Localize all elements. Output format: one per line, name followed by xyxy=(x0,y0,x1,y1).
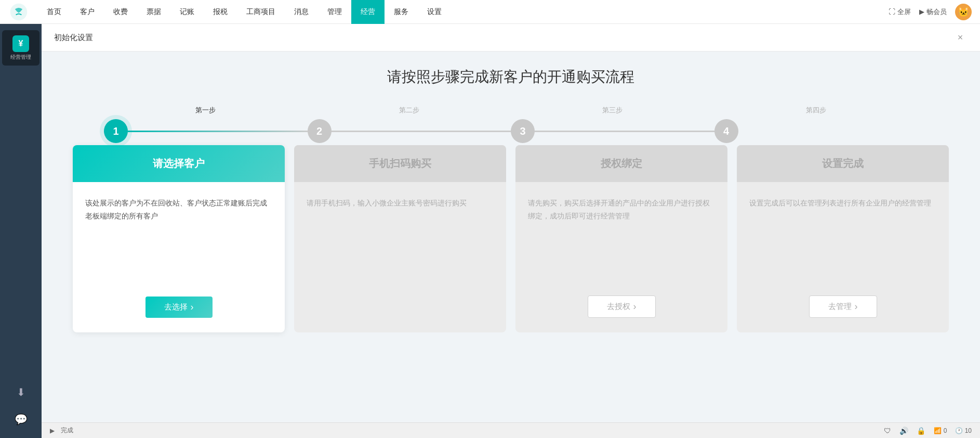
status-text: 完成 xyxy=(61,426,73,435)
status-bar-right: 🛡 🔊 🔒 📶 0 🕐 10 xyxy=(884,427,972,435)
step4-label: 第四步 xyxy=(806,106,826,115)
page-title: 初始化设置 xyxy=(54,33,93,43)
nav-item-invoice[interactable]: 票据 xyxy=(137,0,170,24)
nav-right: ⛶ 全屏 ▶ 畅会员 🐱 xyxy=(889,4,972,20)
steps-container: 请按照步骤完成新客户的开通购买流程 第一步 1 › xyxy=(42,51,980,422)
step-card-2: 手机扫码购买 请用手机扫码，输入小微企业主账号密码进行购买 xyxy=(294,145,506,332)
step1-circle: 1 xyxy=(104,119,128,143)
card3-button[interactable]: 去授权 › xyxy=(588,295,656,318)
main-layout: ¥ 经营管理 ⬇ 💬 初始化设置 × 请按照步骤完成新客户的开通购买流程 xyxy=(0,24,980,438)
card4-header: 设置完成 xyxy=(737,145,949,182)
shield-icon: 🛡 xyxy=(884,427,891,435)
nav-items: 首页 客户 收费 票据 记账 报税 工商项目 消息 管理 经营 服务 设置 xyxy=(37,0,889,24)
step2-line: › xyxy=(332,131,511,132)
main-content: 初始化设置 × 请按照步骤完成新客户的开通购买流程 第一步 1 › xyxy=(42,24,980,438)
nav-item-tax[interactable]: 报税 xyxy=(204,0,237,24)
card1-body: 该处展示的客户为不在回收站、客户状态正常建账后完成老板端绑定的所有客户 xyxy=(73,182,285,288)
card1-header: 请选择客户 xyxy=(73,145,285,182)
card3-arrow-icon: › xyxy=(633,301,637,312)
card4-arrow-icon: › xyxy=(855,301,858,312)
nav-item-operation[interactable]: 经营 xyxy=(351,0,385,24)
step2-label: 第二步 xyxy=(399,106,419,115)
sidebar-download[interactable]: ⬇ xyxy=(2,382,39,403)
step-card-4: 设置完成 设置完成后可以在管理列表进行所有企业用户的经营管理 去管理 › xyxy=(737,145,949,332)
vip-button[interactable]: ▶ 畅会员 xyxy=(919,7,947,17)
nav-item-bookkeeping[interactable]: 记账 xyxy=(170,0,204,24)
step-indicator-2: 第二步 2 › xyxy=(308,106,511,143)
card1-button[interactable]: 去选择 › xyxy=(145,297,213,318)
step-indicator-1: 第一步 1 › xyxy=(104,106,308,143)
download-icon: ⬇ xyxy=(17,386,25,398)
play-icon: ▶ xyxy=(919,8,924,16)
card3-header: 授权绑定 xyxy=(515,145,727,182)
card3-body: 请先购买，购买后选择开通的产品中的企业用户进行授权绑定，成功后即可进行经营管理 xyxy=(515,182,727,287)
step-indicator-3: 第三步 3 › xyxy=(511,106,714,143)
status-bar: ▶ 完成 🛡 🔊 🔒 📶 0 🕐 10 xyxy=(42,422,980,438)
card1-arrow-icon: › xyxy=(191,302,194,313)
steps-heading: 请按照步骤完成新客户的开通购买流程 xyxy=(73,67,949,87)
sidebar: ¥ 经营管理 ⬇ 💬 xyxy=(0,24,42,438)
step-indicators-row: 第一步 1 › 第二步 2 xyxy=(73,106,949,143)
card4-footer: 去管理 › xyxy=(737,287,949,332)
step-indicator-4: 第四步 4 xyxy=(714,106,918,143)
nav-item-fee[interactable]: 收费 xyxy=(104,0,137,24)
nav-item-message[interactable]: 消息 xyxy=(285,0,318,24)
nav-item-service[interactable]: 服务 xyxy=(385,0,418,24)
card1-footer: 去选择 › xyxy=(73,288,285,332)
nav-item-settings[interactable]: 设置 xyxy=(418,0,451,24)
step3-line: › xyxy=(535,131,714,132)
play-status-icon: ▶ xyxy=(50,427,55,434)
step4-circle: 4 xyxy=(714,119,738,143)
nav-item-manage[interactable]: 管理 xyxy=(318,0,351,24)
page-header: 初始化设置 × xyxy=(42,24,980,51)
sidebar-item-operation[interactable]: ¥ 经营管理 xyxy=(2,30,39,66)
card4-button[interactable]: 去管理 › xyxy=(809,295,877,318)
step1-line: › xyxy=(128,131,308,132)
volume-icon: 🔊 xyxy=(899,427,908,435)
step3-circle: 3 xyxy=(511,119,535,143)
card2-header: 手机扫码购买 xyxy=(294,145,506,182)
user-avatar[interactable]: 🐱 xyxy=(955,4,972,20)
step3-label: 第三步 xyxy=(602,106,623,115)
step-card-3: 授权绑定 请先购买，购买后选择开通的产品中的企业用户进行授权绑定，成功后即可进行… xyxy=(515,145,727,332)
nav-item-business[interactable]: 工商项目 xyxy=(237,0,285,24)
top-nav: 首页 客户 收费 票据 记账 报税 工商项目 消息 管理 经营 服务 设置 ⛶ … xyxy=(0,0,980,24)
yen-icon: ¥ xyxy=(12,35,29,52)
nav-item-customer[interactable]: 客户 xyxy=(71,0,104,24)
lock-icon: 🔒 xyxy=(917,427,925,435)
card4-body: 设置完成后可以在管理列表进行所有企业用户的经营管理 xyxy=(737,182,949,287)
step-card-1: 请选择客户 该处展示的客户为不在回收站、客户状态正常建账后完成老板端绑定的所有客… xyxy=(73,145,285,332)
clock-icon: 🕐 10 xyxy=(955,427,972,434)
step2-circle: 2 xyxy=(308,119,332,143)
network-icon: 📶 0 xyxy=(934,427,947,434)
nav-logo xyxy=(8,2,29,22)
sidebar-bottom: ⬇ 💬 xyxy=(2,382,39,438)
fullscreen-button[interactable]: ⛶ 全屏 xyxy=(889,7,911,17)
card3-footer: 去授权 › xyxy=(515,287,727,332)
step-cards: 请选择客户 该处展示的客户为不在回收站、客户状态正常建账后完成老板端绑定的所有客… xyxy=(73,145,949,332)
support-icon: 💬 xyxy=(15,413,28,426)
card2-footer xyxy=(294,310,506,332)
sidebar-support[interactable]: 💬 xyxy=(2,409,39,430)
nav-item-home[interactable]: 首页 xyxy=(37,0,71,24)
fullscreen-icon: ⛶ xyxy=(889,8,895,16)
step1-label: 第一步 xyxy=(195,106,216,115)
close-button[interactable]: × xyxy=(953,30,968,45)
card2-body: 请用手机扫码，输入小微企业主账号密码进行购买 xyxy=(294,182,506,310)
